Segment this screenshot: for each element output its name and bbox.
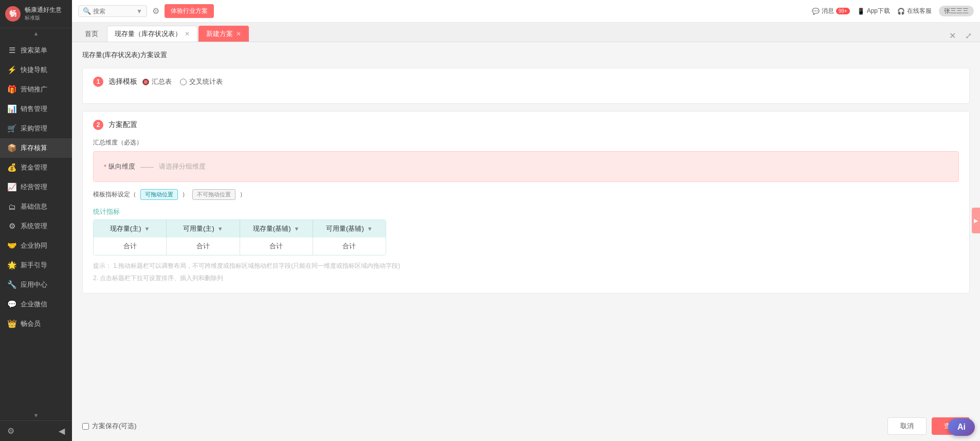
user-avatar[interactable]: 张三三三 xyxy=(939,6,974,16)
settings-gear-icon[interactable]: ⚙ xyxy=(152,6,159,16)
col-current-aux[interactable]: 现存量(基辅) ▼ xyxy=(240,220,313,237)
col-current-main[interactable]: 现存量(主) ▼ xyxy=(94,220,167,237)
sidebar-item-basic-info[interactable]: 🗂 基础信息 xyxy=(0,197,72,216)
section1-header: 1 选择模板 汇总表 交叉统计表 xyxy=(93,77,959,87)
trial-industry-button[interactable]: 体验行业方案 xyxy=(165,4,214,18)
stats-table-header: 现存量(主) ▼ 可用量(主) ▼ 现存量(基辅) ▼ 可用量(基辅) xyxy=(94,220,386,237)
tab-inventory-status[interactable]: 现存量（库存状况表） ✕ xyxy=(107,26,197,42)
dimension-field-label: 汇总维度（必选） xyxy=(93,138,959,147)
tab-close-all-button[interactable]: ✕ xyxy=(946,30,959,42)
app-logo-icon: 畅 xyxy=(5,6,21,22)
right-panel-toggle[interactable]: ▶ xyxy=(972,208,980,233)
topbar-search-box[interactable]: 🔍 ▼ xyxy=(78,5,147,17)
sidebar-item-marketing[interactable]: 🎁 营销推广 xyxy=(0,80,72,99)
basic-info-icon: 🗂 xyxy=(7,202,16,211)
section1-title: 选择模板 xyxy=(108,77,137,86)
sidebar-item-label: 应用中心 xyxy=(21,280,47,289)
radio-cross-input[interactable] xyxy=(180,79,187,85)
sidebar-item-system[interactable]: ⚙ 系统管理 xyxy=(0,216,72,236)
message-button[interactable]: 💬 消息 99+ xyxy=(812,7,850,15)
sidebar-item-sales[interactable]: 📊 销售管理 xyxy=(0,99,72,119)
finance-icon: 💰 xyxy=(7,163,16,172)
sidebar-item-label: 企业协同 xyxy=(21,241,47,250)
message-badge: 99+ xyxy=(836,8,850,14)
col-available-main[interactable]: 可用量(主) ▼ xyxy=(167,220,240,237)
hint-1: 提示： 1.拖动标题栏可以调整布局，不可跨维度或指标区域拖动栏目字段(只能在同一… xyxy=(93,261,959,272)
content-area: 现存量(库存状况表)方案设置 1 选择模板 汇总表 交叉统计表 xyxy=(72,42,980,411)
sidebar-item-search-menu[interactable]: ☰ 搜索菜单 xyxy=(0,41,72,60)
page-title: 现存量(库存状况表)方案设置 xyxy=(82,50,970,60)
ai-fab-button[interactable]: Ai xyxy=(948,418,975,436)
radio-summary[interactable]: 汇总表 xyxy=(142,77,172,86)
dimension-row[interactable]: * 纵向维度 —— 请选择分组维度 xyxy=(93,151,959,182)
radio-cross[interactable]: 交叉统计表 xyxy=(180,77,223,86)
indicator-label-text: 模板指标设定（ xyxy=(93,190,136,199)
sidebar-item-purchase[interactable]: 🛒 采购管理 xyxy=(0,119,72,138)
tabbar: 首页 现存量（库存状况表） ✕ 新建方案 ✕ ✕ ⤢ xyxy=(72,23,980,42)
settings-icon[interactable]: ⚙ xyxy=(7,426,14,436)
sidebar-scroll-up[interactable]: ▲ xyxy=(0,28,72,39)
search-input[interactable] xyxy=(93,8,134,15)
tab-new-plan[interactable]: 新建方案 ✕ xyxy=(198,26,249,42)
sidebar-item-label: 资金管理 xyxy=(21,163,47,172)
operations-icon: 📈 xyxy=(7,182,16,192)
save-plan-checkbox-label[interactable]: 方案保存(可选) xyxy=(82,421,137,431)
cancel-button[interactable]: 取消 xyxy=(887,417,927,435)
col-dropdown-icon[interactable]: ▼ xyxy=(217,226,223,232)
sidebar-item-label: 新手引导 xyxy=(21,261,47,270)
online-service-button[interactable]: 🎧 在线客服 xyxy=(897,7,932,15)
search-dropdown-icon[interactable]: ▼ xyxy=(136,8,142,15)
tab-inventory-close-icon[interactable]: ✕ xyxy=(185,30,190,38)
topbar-right: 💬 消息 99+ 📱 App下载 🎧 在线客服 张三三三 xyxy=(812,6,974,16)
save-plan-checkbox[interactable] xyxy=(82,423,89,430)
wechat-work-icon: 💬 xyxy=(7,300,16,309)
sidebar-item-enterprise[interactable]: 🤝 企业协同 xyxy=(0,236,72,255)
app-name: 畅康通好生意 xyxy=(25,6,62,14)
sidebar: 畅 畅康通好生意 标准版 ▲ ☰ 搜索菜单 ⚡ 快捷导航 🎁 营销推广 📊 销售… xyxy=(0,0,72,441)
chip-fixed: 不可拖动位置 xyxy=(192,189,235,200)
col-dropdown-icon[interactable]: ▼ xyxy=(294,226,300,232)
tab-new-plan-close-icon[interactable]: ✕ xyxy=(236,30,241,38)
collapse-icon[interactable]: ◀ xyxy=(59,426,65,436)
sidebar-item-inventory[interactable]: 📦 库存核算 xyxy=(0,138,72,158)
col-available-aux[interactable]: 可用量(基辅) ▼ xyxy=(313,220,386,237)
sidebar-item-quick-nav[interactable]: ⚡ 快捷导航 xyxy=(0,60,72,80)
cell-sum-2: 合计 xyxy=(167,237,240,255)
purchase-icon: 🛒 xyxy=(7,124,16,133)
sidebar-item-label: 营销推广 xyxy=(21,85,47,94)
col-dropdown-icon[interactable]: ▼ xyxy=(367,226,373,232)
sidebar-item-label: 销售管理 xyxy=(21,104,47,114)
sidebar-item-app-center[interactable]: 🔧 应用中心 xyxy=(0,275,72,295)
sidebar-item-label: 基础信息 xyxy=(21,202,47,211)
cell-sum-4: 合计 xyxy=(313,237,386,255)
sidebar-item-operations[interactable]: 📈 经营管理 xyxy=(0,177,72,197)
online-service-label: 在线客服 xyxy=(907,7,932,15)
sidebar-logo: 畅 畅康通好生意 标准版 xyxy=(0,0,72,28)
hints-section: 提示： 1.拖动标题栏可以调整布局，不可跨维度或指标区域拖动栏目字段(只能在同一… xyxy=(93,261,959,284)
indicator-settings: 模板指标设定（ 可拖动位置 ） 不可拖动位置 ） xyxy=(93,189,959,200)
app-download-button[interactable]: 📱 App下载 xyxy=(857,7,890,15)
sidebar-item-member[interactable]: 👑 畅会员 xyxy=(0,314,72,334)
section-choose-template: 1 选择模板 汇总表 交叉统计表 xyxy=(82,68,970,104)
main-area: 🔍 ▼ ⚙ 体验行业方案 💬 消息 99+ 📱 App下载 🎧 在线客服 张三三… xyxy=(72,0,980,441)
tab-new-plan-label: 新建方案 xyxy=(206,29,233,39)
sales-icon: 📊 xyxy=(7,104,16,114)
section2-num: 2 xyxy=(93,120,103,130)
chip-movable: 可拖动位置 xyxy=(140,189,178,200)
stats-table: 现存量(主) ▼ 可用量(主) ▼ 现存量(基辅) ▼ 可用量(基辅) xyxy=(93,219,386,255)
sidebar-item-label: 企业微信 xyxy=(21,300,47,309)
sidebar-item-guide[interactable]: 🌟 新手引导 xyxy=(0,255,72,275)
sidebar-item-finance[interactable]: 💰 资金管理 xyxy=(0,158,72,177)
col-dropdown-icon[interactable]: ▼ xyxy=(144,226,150,232)
member-icon: 👑 xyxy=(7,319,16,328)
message-icon: 💬 xyxy=(812,8,820,15)
dimension-dash: —— xyxy=(140,163,154,171)
message-label: 消息 xyxy=(822,7,834,15)
tab-home[interactable]: 首页 xyxy=(77,26,106,42)
sidebar-item-wechat-work[interactable]: 💬 企业微信 xyxy=(0,295,72,314)
sidebar-scroll-down[interactable]: ▼ xyxy=(0,410,72,420)
search-icon: 🔍 xyxy=(83,7,91,15)
radio-summary-input[interactable] xyxy=(142,79,149,85)
sidebar-item-label: 系统管理 xyxy=(21,222,47,231)
tab-expand-button[interactable]: ⤢ xyxy=(962,30,975,42)
